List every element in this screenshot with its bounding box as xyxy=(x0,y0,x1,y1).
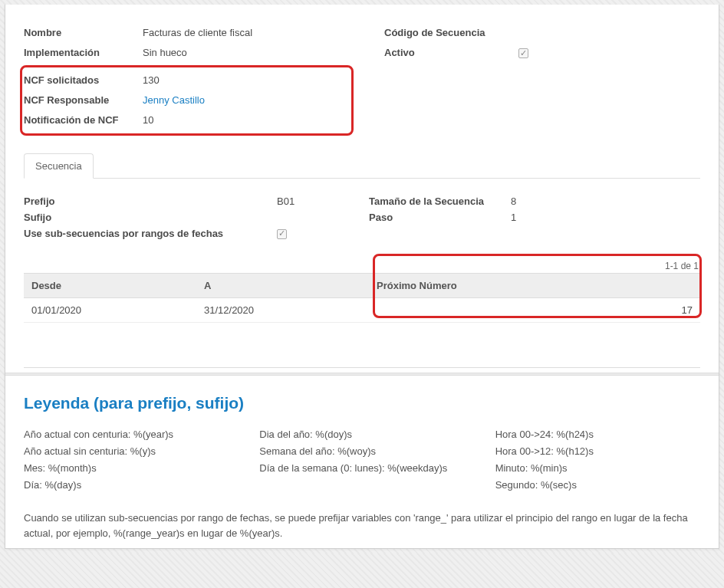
label-ncf-resp: NCF Responsable xyxy=(24,94,143,107)
checkbox-use-sub[interactable] xyxy=(277,229,287,239)
next-number-highlight: Desde A Próximo Número 01/01/2020 31/12/… xyxy=(24,273,700,323)
value-impl: Sin hueco xyxy=(143,46,187,60)
legend-col-2: Dia del año: %(doy)s Semana del año: %(w… xyxy=(259,426,464,494)
tab-secuencia[interactable]: Secuencia xyxy=(24,153,94,179)
separator xyxy=(24,367,700,368)
value-name: Facturas de cliente fiscal xyxy=(143,26,252,40)
pager[interactable]: 1-1 de 1 xyxy=(24,261,700,271)
legend-line: Año actual con centuria: %(year)s xyxy=(24,426,229,443)
legend-col-3: Hora 00->24: %(h24)s Hora 00->12: %(h12)… xyxy=(495,426,700,494)
form-sheet: Nombre Facturas de cliente fiscal Implem… xyxy=(5,5,719,549)
label-ncf-notif: Notificación de NCF xyxy=(24,113,143,127)
legend-line: Minuto: %(min)s xyxy=(495,460,700,477)
separator-bar xyxy=(5,373,719,376)
value-ncf-req: 130 xyxy=(143,74,160,87)
label-size: Tamaño de la Secuencia xyxy=(369,195,511,207)
value-ncf-notif: 10 xyxy=(143,113,153,127)
label-active: Activo xyxy=(384,46,518,60)
th-from: Desde xyxy=(24,274,196,298)
legend-line: Segundo: %(sec)s xyxy=(495,477,700,494)
legend-line: Hora 00->24: %(h24)s xyxy=(495,426,700,443)
legend-footnote: Cuando se utilizan sub-secuencias por ra… xyxy=(24,511,700,540)
label-use-sub: Use sub-secuencias por rangos de fechas xyxy=(24,228,223,239)
legend-line: Día de la semana (0: lunes): %(weekday)s xyxy=(259,460,464,477)
label-seq-code: Código de Secuencia xyxy=(384,26,518,40)
link-ncf-resp[interactable]: Jenny Castillo xyxy=(143,94,205,106)
table-row[interactable]: 01/01/2020 31/12/2020 17 xyxy=(24,298,700,323)
cell-to: 31/12/2020 xyxy=(196,298,369,323)
subseq-table: Desde A Próximo Número 01/01/2020 31/12/… xyxy=(24,273,700,323)
legend-line: Día: %(day)s xyxy=(24,477,229,494)
tabs: Secuencia xyxy=(24,153,700,179)
label-impl: Implementación xyxy=(24,46,143,60)
legend-line: Dia del año: %(doy)s xyxy=(259,426,464,443)
legend-col-1: Año actual con centuria: %(year)s Año ac… xyxy=(24,426,229,494)
ncf-highlight: NCF solicitados 130 NCF Responsable Jenn… xyxy=(20,65,354,136)
cell-from: 01/01/2020 xyxy=(24,298,196,323)
label-name: Nombre xyxy=(24,26,143,40)
value-step: 1 xyxy=(511,212,534,223)
value-size: 8 xyxy=(511,195,534,207)
label-step: Paso xyxy=(369,212,511,223)
legend-line: Semana del año: %(woy)s xyxy=(259,443,464,460)
value-prefix: B01 xyxy=(277,195,295,207)
label-ncf-req: NCF solicitados xyxy=(24,74,143,87)
legend-line: Hora 00->12: %(h12)s xyxy=(495,443,700,460)
label-suffix: Sufijo xyxy=(24,212,51,223)
legend-line: Mes: %(month)s xyxy=(24,460,229,477)
label-prefix: Prefijo xyxy=(24,195,54,207)
checkbox-active[interactable] xyxy=(518,48,528,58)
th-next: Próximo Número xyxy=(369,274,700,298)
cell-next: 17 xyxy=(369,298,700,323)
legend-line: Año actual sin centuria: %(y)s xyxy=(24,443,229,460)
legend-title: Leyenda (para prefijo, sufijo) xyxy=(24,394,700,412)
th-to: A xyxy=(196,274,369,298)
